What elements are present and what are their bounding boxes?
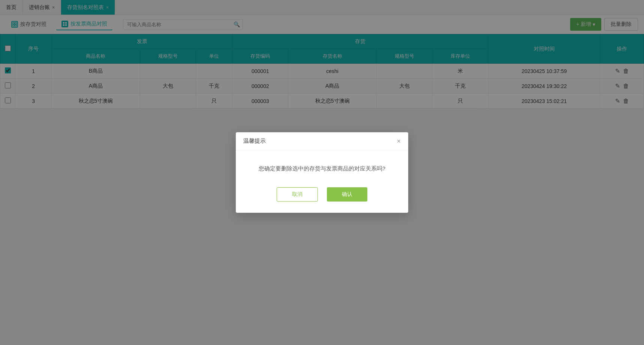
dialog-overlay: 温馨提示 × 您确定要删除选中的存货与发票商品的对应关系吗? 取消 确认 (0, 0, 644, 109)
